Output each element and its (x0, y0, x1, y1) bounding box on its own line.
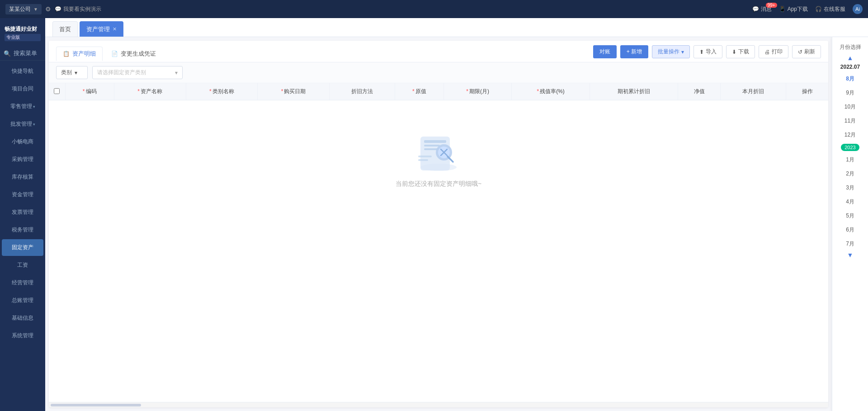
col-residual-rate: *残值率(%) (512, 83, 590, 100)
sidebar-item-retail[interactable]: 零售管理 ▾ (2, 98, 43, 115)
horizontal-scrollbar[interactable] (49, 402, 828, 407)
assets-table: *编码 *资产名称 *类别名称 *购买日期 折旧方法 *原值 *期限(月) *残… (49, 83, 828, 100)
sidebar-wholesale-label: 批发管理 (10, 120, 32, 128)
month-nav-down[interactable]: ▼ (844, 251, 856, 259)
refresh-button[interactable]: ↺ 刷新 (792, 45, 821, 58)
app-download-button[interactable]: 📱 App下载 (779, 5, 808, 13)
sub-tab-assetdetail-label: 资产明细 (72, 50, 96, 58)
sidebar-item-wholesale[interactable]: 批发管理 ▾ (2, 116, 43, 132)
add-button[interactable]: + 新增 (620, 45, 648, 58)
company-chevron-icon: ▼ (33, 7, 38, 12)
col-code: *编码 (65, 83, 114, 100)
empty-state: 当前您还没有固定资产明细哦~ (49, 100, 828, 215)
sidebar-item-ecommerce[interactable]: 小畅电商 (2, 133, 43, 150)
table-header-row: *编码 *资产名称 *类别名称 *购买日期 折旧方法 *原值 *期限(月) *残… (49, 83, 828, 100)
message-badge: 99+ (766, 3, 777, 8)
col-net-value: 净值 (678, 83, 721, 100)
category-input[interactable]: 请选择固定资产类别 ▾ (92, 66, 183, 79)
month-nav-up[interactable]: ▲ (844, 54, 856, 62)
sidebar-item-invoice[interactable]: 发票管理 (2, 204, 43, 221)
download-button[interactable]: ⬇ 下载 (726, 45, 755, 58)
month-panel-title: 月份选择 (836, 41, 865, 54)
month-item-12[interactable]: 12月 (838, 128, 863, 142)
tab-assetmgmt[interactable]: 资产管理 ✕ (80, 21, 123, 37)
refresh-icon: ↺ (798, 49, 802, 55)
headset-icon: 🎧 (815, 6, 822, 12)
top-bar-right: 💬 消息 99+ 📱 App下载 🎧 在线客服 Ai (752, 4, 863, 14)
import-icon: ⬆ (699, 49, 704, 55)
sidebar-item-system[interactable]: 系统管理 (2, 327, 43, 344)
sidebar-item-project[interactable]: 项目合同 (2, 80, 43, 97)
col-category: *类别名称 (186, 83, 258, 100)
sidebar-search[interactable]: 🔍 搜索菜单 (0, 47, 45, 61)
col-purchase-date: *购买日期 (258, 83, 330, 100)
month-item-6[interactable]: 6月 (838, 223, 863, 236)
sidebar-project-label: 项目合同 (12, 85, 33, 93)
month-item-8[interactable]: 8月 (838, 72, 863, 85)
import-label: 导入 (706, 48, 717, 56)
demo-link[interactable]: 💬 我要看实例演示 (55, 5, 101, 13)
month-item-4[interactable]: 4月 (838, 195, 863, 208)
sidebar-item-basicinfo[interactable]: 基础信息 (2, 310, 43, 326)
print-button[interactable]: 🖨 打印 (759, 45, 788, 58)
col-depreciation-method: 折旧方法 (329, 83, 395, 100)
svg-rect-10 (418, 159, 428, 161)
sidebar-invoice-label: 发票管理 (12, 208, 33, 216)
month-item-7[interactable]: 7月 (838, 237, 863, 250)
tab-home[interactable]: 首页 (52, 21, 78, 37)
category-type-select[interactable]: 类别 ▾ (56, 66, 88, 79)
sub-tab-voucher[interactable]: 📄 变更生成凭证 (104, 47, 163, 61)
sidebar-item-ledger[interactable]: 总账管理 (2, 292, 43, 309)
sub-tab-assetdetail[interactable]: 📋 资产明细 (56, 47, 103, 61)
online-service-label: 在线客服 (824, 5, 845, 13)
sidebar-item-quicknav[interactable]: 快捷导航 (2, 63, 43, 80)
sidebar-fixedassets-label: 固定资产 (12, 244, 33, 251)
sidebar-tax-label: 税务管理 (12, 226, 33, 234)
company-selector[interactable]: 某某公司 ▼ (5, 4, 42, 14)
sidebar-system-label: 系统管理 (12, 332, 33, 340)
batch-button[interactable]: 批量操作 ▾ (652, 45, 690, 58)
col-period: *期限(月) (443, 83, 511, 100)
filter-bar: 类别 ▾ 请选择固定资产类别 ▾ (49, 62, 828, 83)
main-panel: 📋 资产明细 📄 变更生成凭证 对账 + 新增 批量操作 ▾ (49, 41, 828, 407)
sidebar-item-tax[interactable]: 税务管理 (2, 222, 43, 238)
tab-close-icon[interactable]: ✕ (113, 26, 117, 32)
month-item-11[interactable]: 11月 (838, 114, 863, 128)
month-item-5[interactable]: 5月 (838, 209, 863, 222)
month-item-2[interactable]: 2月 (838, 167, 863, 180)
month-item-10[interactable]: 10月 (838, 100, 863, 113)
month-item-3[interactable]: 3月 (838, 181, 863, 194)
message-icon: 💬 (752, 6, 759, 12)
top-bar: 某某公司 ▼ ⚙ 💬 我要看实例演示 💬 消息 99+ 📱 App下载 🎧 在线… (0, 0, 868, 18)
user-avatar[interactable]: Ai (853, 4, 863, 14)
import-button[interactable]: ⬆ 导入 (693, 45, 722, 58)
sidebar-item-inventory[interactable]: 库存核算 (2, 169, 43, 185)
settings-icon[interactable]: ⚙ (45, 5, 51, 13)
month-item-9[interactable]: 9月 (838, 86, 863, 99)
online-service-button[interactable]: 🎧 在线客服 (815, 5, 845, 13)
sidebar-ecommerce-label: 小畅电商 (12, 138, 33, 146)
category-select-chevron: ▾ (75, 70, 77, 76)
sidebar-item-purchase[interactable]: 采购管理 (2, 151, 43, 168)
sidebar-item-salary[interactable]: 工资 (2, 257, 43, 274)
col-original-value: *原值 (395, 83, 443, 100)
month-panel-collapse-button[interactable]: › (832, 215, 832, 233)
assetdetail-icon: 📋 (63, 51, 70, 57)
sidebar-item-operations[interactable]: 经营管理 (2, 274, 43, 291)
scroll-thumb[interactable] (51, 404, 141, 406)
select-all-checkbox[interactable] (54, 88, 60, 94)
col-name: *资产名称 (114, 83, 186, 100)
phone-icon: 📱 (779, 6, 786, 12)
month-item-1[interactable]: 1月 (838, 153, 863, 166)
reconcile-button[interactable]: 对账 (593, 45, 617, 58)
sidebar-item-funds[interactable]: 资金管理 (2, 186, 43, 203)
sidebar-inventory-label: 库存核算 (12, 173, 33, 181)
sidebar-purchase-label: 采购管理 (12, 156, 33, 163)
current-month-display: 2022.07 (840, 62, 860, 72)
select-all-col (49, 83, 65, 100)
app-title: 畅捷通好业财 (5, 25, 41, 33)
message-button[interactable]: 💬 消息 99+ (752, 5, 772, 13)
avatar-icon: Ai (853, 4, 863, 14)
sidebar-item-fixedassets[interactable]: 固定资产 (2, 239, 43, 256)
sidebar-basicinfo-label: 基础信息 (12, 314, 33, 322)
